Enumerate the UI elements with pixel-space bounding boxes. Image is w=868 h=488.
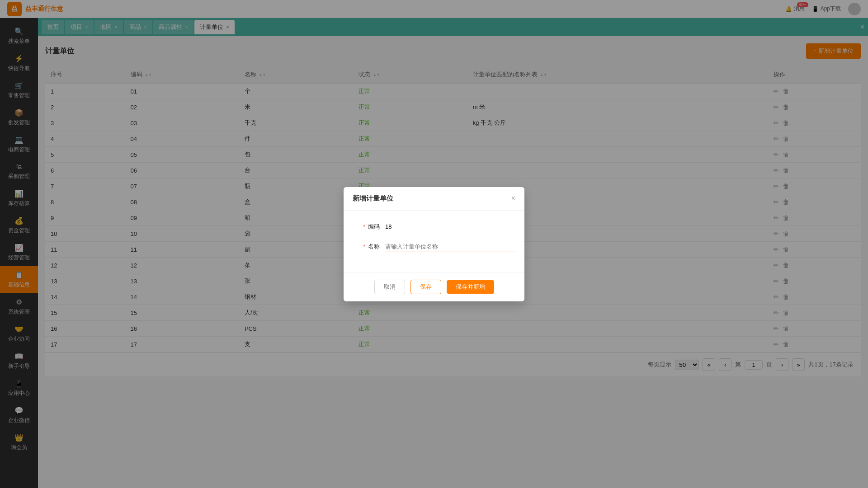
modal-header: 新增计量单位 × [344, 187, 524, 211]
name-input[interactable] [385, 241, 515, 252]
modal-overlay[interactable]: 新增计量单位 × * 编码 * 名称 取消 保存 保存并新增 [0, 0, 868, 488]
code-label: * 编码 [353, 223, 380, 231]
code-required-mark: * [363, 223, 365, 230]
modal-title: 新增计量单位 [353, 194, 393, 203]
save-button[interactable]: 保存 [410, 280, 441, 294]
add-unit-modal: 新增计量单位 × * 编码 * 名称 取消 保存 保存并新增 [344, 187, 524, 301]
save-and-new-button[interactable]: 保存并新增 [447, 280, 494, 294]
code-field-row: * 编码 [353, 221, 515, 232]
modal-footer: 取消 保存 保存并新增 [344, 272, 524, 301]
modal-close-btn[interactable]: × [511, 194, 515, 202]
cancel-button[interactable]: 取消 [374, 280, 405, 294]
modal-body: * 编码 * 名称 [344, 211, 524, 272]
name-label: * 名称 [353, 243, 380, 251]
code-input[interactable] [385, 221, 515, 232]
name-field-row: * 名称 [353, 241, 515, 252]
name-required-mark: * [363, 243, 365, 250]
